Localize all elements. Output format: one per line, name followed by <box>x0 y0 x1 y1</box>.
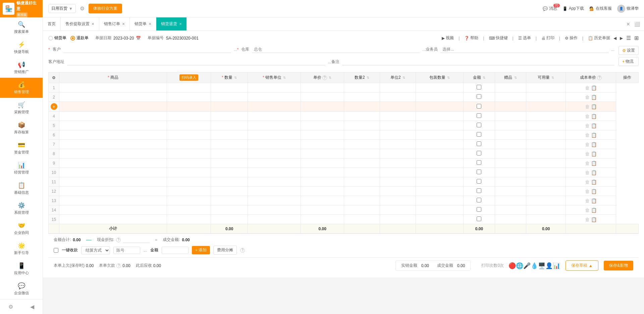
delete-row-1[interactable]: 🗑 <box>584 85 590 90</box>
sidebar-item-finance[interactable]: 💳 资金管理 <box>0 138 43 158</box>
warehouse-select-icon[interactable]: ... <box>422 47 426 52</box>
sort-unit-icon[interactable]: ⇅ <box>283 76 286 79</box>
gift-checkbox-9[interactable] <box>477 160 481 165</box>
tab-close-all-btn[interactable]: ✕ <box>625 21 632 27</box>
sort-unit2-icon[interactable]: ⇅ <box>402 76 405 79</box>
select-btn[interactable]: ☰ 选单 <box>518 35 531 41</box>
delete-row-5[interactable]: 🗑 <box>584 123 590 128</box>
sidebar-collapse-btn[interactable]: ◀ <box>28 302 37 311</box>
gift-checkbox-7[interactable] <box>477 141 481 146</box>
gift-checkbox-6[interactable] <box>477 132 481 137</box>
copy-row-13[interactable]: 📋 <box>590 198 597 203</box>
remark-input[interactable] <box>342 58 614 65</box>
video-btn[interactable]: ▶ 视频 <box>442 35 454 41</box>
sidebar-item-enterprise[interactable]: 🤝 企业协同 <box>0 218 43 239</box>
save-draft-btn[interactable]: 保存草稿 ▲ <box>566 260 598 271</box>
operation-btn[interactable]: ⚙ 操作 <box>565 35 578 41</box>
one-click-payment-cb[interactable] <box>54 248 58 253</box>
online-service-btn[interactable]: 💁 在线客服 <box>589 6 612 11</box>
sort-qty2-icon[interactable]: ⇅ <box>367 76 369 79</box>
history-prev-btn[interactable]: ◀ <box>613 36 616 41</box>
calendar-icon[interactable]: 📅 <box>136 36 141 41</box>
copy-row-10[interactable]: 📋 <box>590 170 597 175</box>
gift-checkbox-12[interactable] <box>477 188 481 193</box>
industry-select[interactable]: 日用百货 ▼ <box>48 4 76 13</box>
add-payment-btn[interactable]: + 添加 <box>192 246 210 254</box>
delete-row-10[interactable]: 🗑 <box>584 170 590 175</box>
account-input[interactable] <box>113 247 140 254</box>
sidebar-item-shortcuts[interactable]: ⚡ 快捷导航 <box>0 38 43 58</box>
sidebar-item-operations[interactable]: 📊 经营管理 <box>0 158 43 178</box>
user-menu[interactable]: 👤 徐泽华 <box>617 5 639 13</box>
print-btn[interactable]: 🖨 打印 <box>541 35 554 41</box>
gift-checkbox-15[interactable] <box>477 216 481 221</box>
tab-close-sales-delivery[interactable]: ✕ <box>149 22 151 26</box>
payment-method-select[interactable]: 结算方式 <box>81 246 110 254</box>
gift-checkbox-10[interactable] <box>477 170 481 174</box>
sidebar-item-purchase[interactable]: 🛒 采购管理 <box>0 98 43 118</box>
tab-sales-return[interactable]: 销货退货 ✕ <box>156 17 187 30</box>
logistics-btn[interactable]: + 物流 <box>619 57 639 66</box>
topbar-gear-icon[interactable]: ⚙ <box>78 4 86 13</box>
add-row-btn[interactable]: + <box>51 103 57 110</box>
cost-help-icon[interactable]: ? <box>597 75 602 80</box>
sidebar-item-basics[interactable]: 📋 基础信息 <box>0 178 43 198</box>
tab-sales-delivery[interactable]: 销货单 ✕ <box>130 17 156 30</box>
scan-btn[interactable]: 扫码录入 <box>179 74 198 81</box>
customer-input[interactable] <box>63 46 231 53</box>
sidebar-item-wechat[interactable]: 💬 企业微信 <box>0 279 43 299</box>
staff-select-icon[interactable]: ... <box>611 47 614 52</box>
payment-amount-input[interactable] <box>162 247 189 254</box>
sort-amount-icon[interactable]: ⇅ <box>483 76 485 79</box>
gift-checkbox-5[interactable] <box>477 123 481 127</box>
exp-btn[interactable]: 体验行业方案 <box>89 4 122 13</box>
save-new-btn[interactable]: 保存&新增 <box>604 261 633 270</box>
debt-help-icon[interactable]: ? <box>116 263 121 268</box>
delete-row-4[interactable]: 🗑 <box>584 114 590 119</box>
copy-row-5[interactable]: 📋 <box>590 123 597 128</box>
delete-row-15[interactable]: 🗑 <box>584 217 590 222</box>
copy-row-6[interactable]: 📋 <box>590 132 597 138</box>
cash-discount-help-icon[interactable]: ? <box>116 238 121 242</box>
radio-sales-return[interactable]: 退款单 <box>70 35 89 41</box>
copy-row-14[interactable]: 📋 <box>590 207 597 213</box>
gift-checkbox-13[interactable] <box>477 198 481 202</box>
delete-row-14[interactable]: 🗑 <box>584 207 590 213</box>
history-next-btn[interactable]: ▶ <box>620 36 623 41</box>
history-btn[interactable]: 📋 历史单据 <box>588 35 610 41</box>
gift-checkbox-2[interactable] <box>477 94 481 99</box>
sidebar-item-marketing[interactable]: 📢 营销推广 <box>0 58 43 78</box>
staff-input[interactable] <box>440 46 608 53</box>
delete-row-8[interactable]: 🗑 <box>584 151 590 156</box>
delete-row-11[interactable]: 🗑 <box>584 179 590 185</box>
sidebar-settings-btn[interactable]: ⚙ <box>6 302 16 311</box>
sort-gift-icon[interactable]: ⇅ <box>514 76 517 79</box>
delete-row-12[interactable]: 🗑 <box>584 189 590 194</box>
copy-row-9[interactable]: 📋 <box>590 161 597 166</box>
gift-checkbox-1[interactable] <box>477 85 481 89</box>
msg-btn[interactable]: 💬 消息 70 <box>543 6 557 11</box>
delete-row-6[interactable]: 🗑 <box>584 132 590 138</box>
account-select-icon[interactable]: ... <box>144 248 147 253</box>
sidebar-item-sales[interactable]: 💰 销售管理 <box>0 78 43 98</box>
gift-checkbox-11[interactable] <box>477 179 481 184</box>
gift-checkbox-4[interactable] <box>477 113 481 118</box>
radio-sales-delivery[interactable]: 销货单 <box>48 35 66 41</box>
sort-qty-icon[interactable]: ⇅ <box>234 76 237 79</box>
shortcut-btn[interactable]: ⌨ 快捷键 <box>489 35 508 41</box>
sort-pkg-icon[interactable]: ⇅ <box>447 76 450 79</box>
address-input[interactable] <box>67 58 325 65</box>
delete-row-13[interactable]: 🗑 <box>584 198 590 203</box>
copy-row-15[interactable]: 📋 <box>590 217 597 222</box>
price-help-icon[interactable]: ? <box>322 75 327 80</box>
tab-price-setup[interactable]: 售价提取设置 ✕ <box>61 17 99 30</box>
customer-select-icon[interactable]: ... <box>234 47 237 52</box>
copy-row-11[interactable]: 📋 <box>590 179 597 185</box>
product-input-3[interactable] <box>61 104 165 109</box>
sort-price-icon[interactable]: ⇅ <box>329 76 331 79</box>
copy-row-2[interactable]: 📋 <box>590 95 597 100</box>
gift-checkbox-8[interactable] <box>477 151 481 155</box>
split-btn[interactable]: 费用分摊 <box>213 246 237 255</box>
delete-row-3[interactable]: 🗑 <box>584 104 590 109</box>
copy-row-8[interactable]: 📋 <box>590 151 597 156</box>
